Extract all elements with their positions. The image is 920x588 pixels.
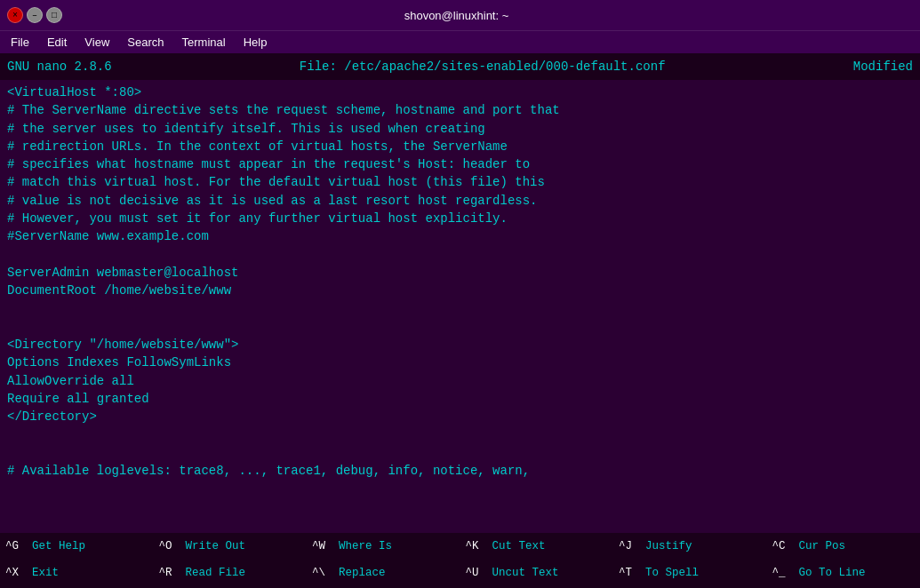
shortcut-col-1: ^OWrite Out^RRead File [154, 533, 308, 586]
shortcut-key: ^_ [772, 567, 797, 579]
shortcut-label: Read File [186, 567, 246, 579]
shortcut-key: ^J [619, 540, 644, 552]
editor-line: # The ServerName directive sets the requ… [7, 101, 913, 119]
menu-bar: File Edit View Search Terminal Help [0, 30, 920, 53]
shortcut-col-4: ^JJustify^TTo Spell [613, 533, 767, 586]
editor-line [7, 426, 913, 444]
shortcut-key: ^R [159, 567, 184, 579]
editor-area[interactable]: <VirtualHost *:80> # The ServerName dire… [0, 80, 920, 533]
shortcut-item-0-row2[interactable]: ^XExit [0, 560, 154, 586]
close-button[interactable]: × [7, 7, 23, 23]
shortcut-item-1-row1[interactable]: ^OWrite Out [154, 533, 308, 560]
editor-line: AllowOverride all [7, 372, 913, 390]
shortcut-col-3: ^KCut Text^UUncut Text [460, 533, 614, 586]
shortcut-label: Get Help [32, 540, 85, 552]
shortcut-key: ^G [5, 540, 30, 552]
editor-line: #ServerName www.example.com [7, 227, 913, 245]
title-bar: × – □ shovon@linuxhint: ~ [0, 0, 920, 30]
editor-line: # value is not decisive as it is used as… [7, 192, 913, 210]
menu-terminal[interactable]: Terminal [175, 34, 233, 51]
editor-line [7, 300, 913, 318]
shortcut-label: Write Out [186, 540, 246, 552]
shortcut-item-0-row1[interactable]: ^GGet Help [0, 533, 154, 560]
shortcut-label: Cur Pos [799, 540, 846, 552]
editor-line [7, 246, 913, 264]
menu-view[interactable]: View [77, 34, 116, 51]
shortcut-key: ^C [772, 540, 797, 552]
shortcut-col-5: ^CCur Pos^_Go To Line [767, 533, 921, 586]
window-controls[interactable]: × – □ [7, 7, 62, 23]
shortcut-item-1-row2[interactable]: ^RRead File [154, 560, 308, 586]
maximize-button[interactable]: □ [46, 7, 62, 23]
shortcut-key: ^X [5, 567, 30, 579]
minimize-button[interactable]: – [27, 7, 43, 23]
shortcut-item-3-row1[interactable]: ^KCut Text [460, 533, 614, 560]
shortcut-item-2-row2[interactable]: ^\Replace [307, 560, 460, 586]
shortcut-key: ^\ [312, 567, 337, 579]
shortcut-label: Justify [645, 540, 692, 552]
shortcut-item-2-row1[interactable]: ^WWhere Is [307, 533, 460, 560]
shortcut-item-5-row1[interactable]: ^CCur Pos [767, 533, 921, 560]
editor-line: <VirtualHost *:80> [7, 83, 913, 101]
menu-file[interactable]: File [4, 34, 36, 51]
modified-indicator: Modified [853, 60, 913, 74]
shortcut-label: Replace [339, 567, 386, 579]
editor-line: <Directory "/home/website/www"> [7, 336, 913, 354]
shortcut-key: ^K [466, 540, 491, 552]
editor-line: # match this virtual host. For the defau… [7, 173, 913, 191]
shortcut-col-2: ^WWhere Is^\Replace [307, 533, 460, 586]
editor-line: # specifies what hostname must appear in… [7, 155, 913, 173]
editor-line: # Available loglevels: trace8, ..., trac… [7, 462, 913, 480]
editor-line: DocumentRoot /home/website/www [7, 282, 913, 299]
shortcut-item-4-row1[interactable]: ^JJustify [613, 533, 767, 560]
editor-line: # However, you must set it for any furth… [7, 210, 913, 227]
shortcut-label: Uncut Text [492, 567, 559, 579]
editor-line: # the server uses to identify itself. Th… [7, 120, 913, 138]
editor-line: </Directory> [7, 408, 913, 425]
shortcut-label: To Spell [645, 567, 699, 579]
shortcut-key: ^U [466, 567, 491, 579]
shortcut-key: ^O [159, 540, 184, 552]
status-bar-top: GNU nano 2.8.6 File: /etc/apache2/sites-… [0, 53, 920, 80]
editor-line: Options Indexes FollowSymLinks [7, 354, 913, 371]
editor-line [7, 444, 913, 462]
editor-line: ServerAdmin webmaster@localhost [7, 264, 913, 282]
menu-help[interactable]: Help [236, 34, 275, 51]
shortcut-item-4-row2[interactable]: ^TTo Spell [613, 560, 767, 586]
shortcut-col-0: ^GGet Help^XExit [0, 533, 154, 586]
shortcut-label: Cut Text [492, 540, 546, 552]
shortcut-key: ^W [312, 540, 337, 552]
nano-version: GNU nano 2.8.6 [7, 60, 112, 74]
shortcut-label: Where Is [339, 540, 392, 552]
file-path: File: /etc/apache2/sites-enabled/000-def… [112, 60, 853, 74]
editor-line: Require all granted [7, 390, 913, 408]
editor-line [7, 318, 913, 336]
window-title: shovon@linuxhint: ~ [62, 9, 851, 22]
shortcut-label: Go To Line [799, 567, 866, 579]
shortcut-item-5-row2[interactable]: ^_Go To Line [767, 560, 921, 586]
shortcut-key: ^T [619, 567, 644, 579]
shortcut-bar: ^GGet Help^XExit^OWrite Out^RRead File^W… [0, 533, 920, 588]
menu-search[interactable]: Search [120, 34, 171, 51]
shortcut-item-3-row2[interactable]: ^UUncut Text [460, 560, 614, 586]
menu-edit[interactable]: Edit [40, 34, 74, 51]
shortcut-label: Exit [32, 567, 59, 579]
editor-line: # redirection URLs. In the context of vi… [7, 138, 913, 155]
